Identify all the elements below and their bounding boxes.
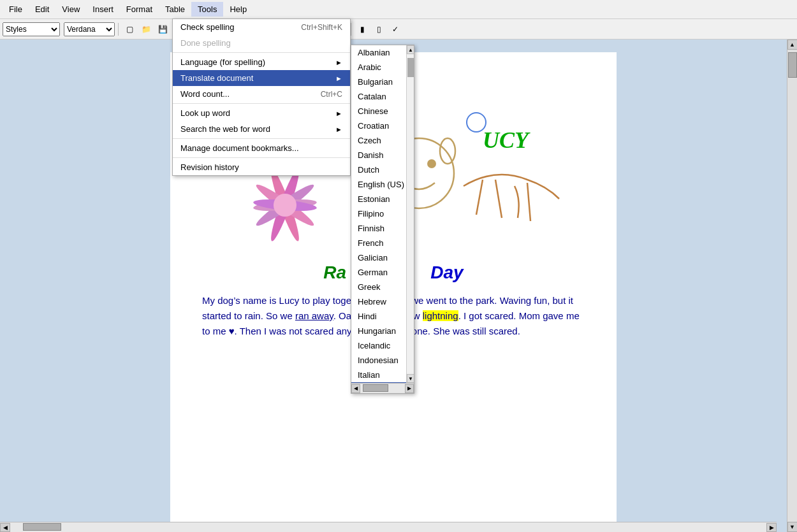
body-text-2: to play together. One day we went to the… [299,295,508,306]
vscroll-up-btn[interactable]: ▲ [787,40,798,50]
toolbar-cols1[interactable]: ▮ [355,22,370,37]
doc-page: UCY Ra Day My dog’s name is Lucy to play… [170,52,617,530]
hscroll-track [10,522,766,532]
toolbar: Styles Verdana ▢ 📁 💾 ↺ ↻ ⁞ ⁝ ⇤ ⇥ ☰ ≣ ☶ ☷… [0,19,797,40]
svg-point-7 [271,147,299,175]
svg-point-6 [274,194,296,217]
svg-point-8 [384,138,454,208]
menu-view[interactable]: View [55,2,86,17]
hscroll-thumb[interactable] [23,523,61,531]
menu-insert[interactable]: Insert [86,2,120,17]
doc-body: My dog’s name is Lucy to play together. … [202,293,585,339]
svg-text:UCY: UCY [483,127,530,153]
svg-point-14 [467,113,486,132]
body-ran-away: ran away [295,310,333,321]
body-text-5: ay home, we saw [346,310,423,321]
toolbar-align-left[interactable]: ☰ [282,22,298,37]
doc-title-part1: Ra [323,262,346,282]
body-text-8: t one. She was still scared. [406,326,520,336]
toolbar-spellcheck[interactable]: ✓ [388,22,403,37]
hscroll-left-btn[interactable]: ◀ [0,523,10,532]
doc-title-part2: Day [346,262,464,282]
toolbar-justify[interactable]: ☷ [332,22,347,37]
style-select[interactable]: Styles [3,22,60,36]
svg-point-10 [427,159,436,168]
toolbar-sep-4 [351,23,351,36]
toolbar-list-ordered[interactable]: ⁝ [233,22,248,37]
crayon-drawing: UCY [202,78,585,256]
toolbar-open[interactable]: 📁 [138,22,154,37]
toolbar-new[interactable]: ▢ [122,22,137,37]
vscroll-thumb[interactable] [788,52,797,78]
h-scrollbar: ◀ ▶ [0,522,777,532]
main-area: UCY Ra Day My dog’s name is Lucy to play… [0,40,797,532]
menu-format[interactable]: Format [120,2,159,17]
body-text-4: . O [333,310,346,321]
vscroll-track [787,50,797,522]
toolbar-save[interactable]: 💾 [155,22,170,37]
body-text-6: . I got scared. Mom gave [458,310,564,321]
doc-title: Ra Day [202,262,585,283]
v-scrollbar: ▲ ▼ [787,40,797,532]
toolbar-list-unordered[interactable]: ⁞ [216,22,231,37]
menu-file[interactable]: File [3,2,29,17]
svg-point-9 [402,159,411,168]
svg-point-12 [440,138,455,164]
body-text-1: My dog’s name is Lucy [202,295,299,306]
doc-area: UCY Ra Day My dog’s name is Lucy to play… [0,40,787,532]
toolbar-indent-right[interactable]: ⇥ [266,22,281,37]
body-lightning: lightning [423,310,458,321]
toolbar-cols2[interactable]: ▯ [371,22,386,37]
menubar: File Edit View Insert Format Table Tools… [0,0,797,19]
toolbar-sep-2 [173,23,174,36]
menu-table[interactable]: Table [159,2,191,17]
vscroll-down-btn[interactable]: ▼ [787,522,798,532]
toolbar-sep-1 [118,23,119,36]
toolbar-align-center[interactable]: ≣ [299,22,314,37]
svg-point-11 [383,138,398,164]
toolbar-indent-left[interactable]: ⇤ [249,22,265,37]
doc-image-area: UCY [202,78,585,256]
toolbar-align-right[interactable]: ☶ [316,22,331,37]
menu-help[interactable]: Help [223,2,253,17]
toolbar-redo[interactable]: ↻ [194,22,209,37]
toolbar-undo[interactable]: ↺ [177,22,193,37]
font-select[interactable]: Verdana [64,22,115,36]
toolbar-sep-3 [212,23,213,36]
menu-tools[interactable]: Tools [191,2,223,17]
hscroll-right-btn[interactable]: ▶ [766,523,777,532]
menu-edit[interactable]: Edit [29,2,55,17]
